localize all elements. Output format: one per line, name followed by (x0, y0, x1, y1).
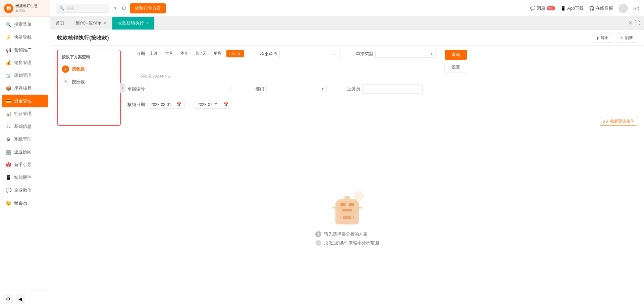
page-content: 收款核销执行(按收款) ⬆ 导出 ↻ 刷新 按以下方案查询 (50, 30, 644, 307)
partner-select[interactable]: ··· (279, 50, 340, 59)
order-type-label: 单据类型 (353, 51, 373, 57)
tab-收款核销执行[interactable]: 收款核销执行✕ (112, 17, 155, 30)
nav-icon: ⚙ (5, 137, 11, 142)
tip-num-2: 2 (315, 240, 321, 246)
tab-close-icon[interactable]: ✕ (146, 21, 149, 25)
sidebar-item-资金管理[interactable]: 💳资金管理 (2, 95, 48, 107)
verify-date-row: 核销日期 2023-03-01 📅 — 2023-07-21 📅 (125, 98, 637, 111)
order-no-label: 单据编号 (125, 86, 145, 92)
custom-date-btn[interactable]: 自定义 (226, 50, 244, 57)
this-month-btn[interactable]: 本月 (162, 50, 176, 57)
nav-label: 企业协同 (14, 149, 32, 155)
filter-option-receipt-label: 按收款 (72, 66, 85, 72)
topbar-gear-icon[interactable]: ⚙ (121, 5, 126, 11)
tab-label: 首页 (56, 20, 64, 26)
sidebar-item-采购管理[interactable]: 🛒采购管理 (0, 69, 50, 82)
partner-label: 往来单位 (257, 51, 277, 57)
expand-window-btn[interactable]: ⛶ (635, 20, 640, 26)
nav-label: 新手引导 (14, 162, 32, 168)
app-download-btn[interactable]: 📱 App下载 (560, 5, 584, 11)
sidebar-item-畅会员[interactable]: 👑畅会员 (0, 197, 50, 209)
search-placeholder-text: 搜索... (66, 5, 78, 11)
main-content: 🔍 搜索... ▼ ⚙ 体验行业方案 💬 消息 99+ 📱 App下载 🎧 在线… (50, 0, 644, 307)
page-title: 收款核销执行(按收款) (57, 35, 109, 42)
sidebar-item-企业协同[interactable]: 🏢企业协同 (0, 146, 50, 158)
collapse-panel-arrow[interactable]: » (120, 83, 125, 93)
nav-label: 基础信息 (14, 123, 32, 130)
topbar-search-box[interactable]: 🔍 搜索... (56, 4, 109, 13)
calendar-icon-from: 📅 (176, 102, 181, 107)
tabbar: 首页预付冲应付单✕收款核销执行✕✕⛶ (50, 17, 644, 30)
sidebar-item-企业微信[interactable]: 💬企业微信 (0, 184, 50, 197)
message-btn[interactable]: 💬 消息 99+ (530, 5, 555, 11)
sidebar-item-新手引导[interactable]: 🎯新手引导 (0, 158, 50, 171)
order-no-input[interactable] (147, 85, 231, 93)
query-button[interactable]: 查询 (445, 50, 467, 60)
filter-left-panel: 按以下方案查询 ¥ 按收款 ⏱ 按应收 » (57, 50, 121, 126)
sidebar-item-库存核算[interactable]: 📦库存核算 (0, 82, 50, 95)
refresh-label: 刷新 (625, 35, 633, 41)
nav-icon: 🎯 (5, 162, 11, 167)
filter-option-by-receipt[interactable]: ¥ 按收款 (58, 63, 120, 75)
topbar: 🔍 搜索... ▼ ⚙ 体验行业方案 💬 消息 99+ 📱 App下载 🎧 在线… (50, 0, 644, 17)
nav-icon: 🛒 (5, 73, 11, 78)
filter-right-form: 日期 上月 本月 本年 近7天 更多 自定义 (125, 50, 637, 126)
empty-tip-1: 1 请先选择要分析的方案 (315, 231, 379, 237)
verify-date-from-input[interactable]: 2023-03-01 📅 (148, 101, 184, 109)
nav-icon: 📢 (5, 47, 11, 53)
settings-bottom-icon[interactable]: ⚙ (3, 294, 13, 304)
filter-actions: 查询 设置 (442, 50, 469, 72)
nav-icon: 💬 (5, 188, 11, 193)
close-window-btn[interactable]: ✕ (628, 20, 633, 26)
verify-date-to-input[interactable]: 2023-07-21 📅 (195, 101, 231, 109)
tab-首页[interactable]: 首页 (50, 17, 70, 30)
tip-num-1: 1 (315, 231, 321, 237)
message-icon: 💬 (530, 6, 535, 11)
verify-date-label: 核销日期 (125, 102, 145, 108)
solution-button[interactable]: 体验行业方案 (130, 3, 166, 13)
refresh-icon: ↻ (620, 36, 624, 41)
nav-label: 营销推广 (14, 47, 32, 53)
online-service-btn[interactable]: 🎧 在线客服 (589, 5, 613, 11)
refresh-button[interactable]: ↻ 刷新 (616, 34, 637, 43)
collapse-more-button[interactable]: ∧∧ 收起更多条件 (600, 117, 637, 126)
staff-select[interactable]: ··· (362, 84, 423, 94)
user-avatar[interactable] (619, 4, 628, 13)
order-type-select[interactable]: ▾ (375, 50, 436, 58)
sidebar-item-智能硬件[interactable]: 📱智能硬件 (0, 171, 50, 184)
topbar-right: 💬 消息 99+ 📱 App下载 🎧 在线客服 Rit (530, 4, 639, 13)
svg-rect-4 (344, 196, 350, 200)
search-icon: 🔍 (59, 6, 64, 11)
tab-预付冲应付单[interactable]: 预付冲应付单✕ (70, 17, 112, 30)
tab-close-icon[interactable]: ✕ (104, 21, 107, 25)
department-arrow: ▾ (322, 87, 324, 91)
collapse-chevron-icon: ∧∧ (603, 119, 609, 124)
verify-date-from-value: 2023-03-01 (151, 102, 171, 107)
date-label: 日期 (125, 51, 145, 57)
logo-version: 标准版 (15, 8, 38, 13)
last-month-btn[interactable]: 上月 (147, 50, 160, 57)
sidebar-item-营销推广[interactable]: 📢营销推广 (0, 44, 50, 56)
last-7days-btn[interactable]: 近7天 (193, 50, 209, 57)
nav-label: 快捷导航 (14, 34, 32, 40)
nav-label: 系统管理 (14, 136, 32, 142)
sidebar-item-经营管理[interactable]: 📊经营管理 (0, 107, 50, 120)
page-actions: ⬆ 导出 ↻ 刷新 (592, 34, 637, 43)
sidebar-item-快捷导航[interactable]: ⚡快捷导航 (0, 31, 50, 44)
department-select[interactable]: ▾ (266, 85, 327, 93)
filter-settings-button[interactable]: 设置 (444, 62, 467, 72)
more-date-btn[interactable]: 更多 (211, 50, 224, 57)
logo-name: 畅捷通好生意 (15, 3, 38, 8)
filter-option-by-receivable[interactable]: ⏱ 按应收 (58, 75, 120, 88)
this-year-btn[interactable]: 本年 (178, 50, 191, 57)
sidebar-item-系统管理[interactable]: ⚙系统管理 (0, 133, 50, 146)
export-button[interactable]: ⬆ 导出 (592, 34, 613, 43)
svg-rect-0 (337, 199, 357, 216)
nav-icon: 🏢 (5, 149, 11, 155)
sidebar-item-搜索菜单[interactable]: 🔍搜索菜单 (0, 18, 50, 31)
app-download-label: App下载 (567, 5, 584, 11)
sidebar-item-基础信息[interactable]: 🗂基础信息 (0, 120, 50, 133)
topbar-dropdown-arrow[interactable]: ▼ (113, 6, 117, 11)
collapse-sidebar-icon[interactable]: ◀ (15, 294, 25, 304)
sidebar-item-销售管理[interactable]: 💰销售管理 (0, 56, 50, 69)
